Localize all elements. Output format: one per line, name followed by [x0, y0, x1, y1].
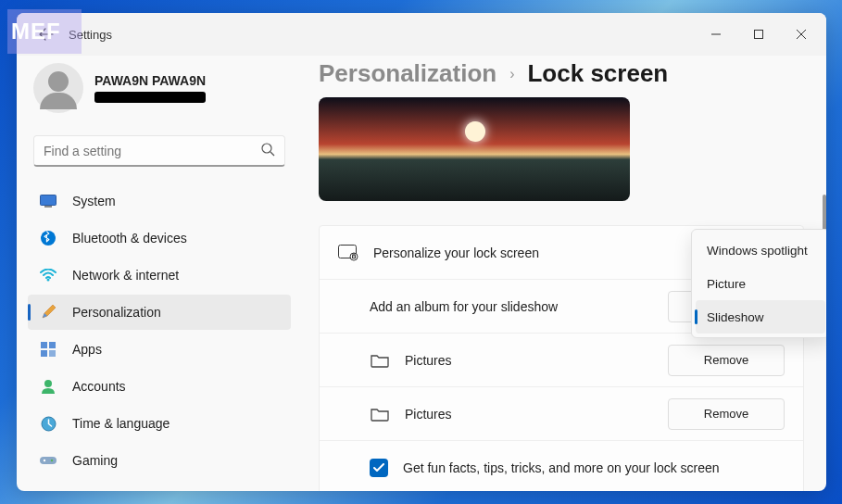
svg-rect-9	[49, 342, 56, 348]
clock-globe-icon	[39, 414, 57, 433]
lockscreen-preview	[319, 97, 630, 201]
sidebar-item-network[interactable]: Network & internet	[28, 258, 291, 293]
check-icon	[373, 463, 384, 472]
profile-email-redacted	[94, 92, 206, 103]
sidebar: PAWA9N PAWA9N System Bluetooth & devices	[17, 56, 302, 491]
folder-icon	[370, 407, 390, 422]
wifi-icon	[39, 266, 57, 284]
bluetooth-icon	[39, 229, 57, 247]
breadcrumb: Personalization › Lock screen	[319, 59, 804, 88]
watermark-badge: MEF	[7, 9, 82, 54]
apps-icon	[39, 340, 57, 359]
search-icon	[261, 143, 275, 159]
sidebar-item-gaming[interactable]: Gaming	[28, 443, 291, 478]
sidebar-item-personalization[interactable]: Personalization	[28, 295, 291, 330]
preview-sun	[465, 121, 485, 142]
svg-rect-14	[40, 457, 57, 464]
maximize-icon	[754, 30, 763, 39]
close-icon	[797, 30, 806, 39]
dropdown-option-picture[interactable]: Picture	[696, 267, 825, 300]
svg-rect-4	[41, 195, 57, 206]
nav-label: Accounts	[72, 379, 126, 394]
folder-icon	[370, 353, 390, 368]
breadcrumb-parent[interactable]: Personalization	[319, 59, 496, 88]
nav-label: Time & language	[72, 416, 170, 431]
nav-label: Apps	[72, 342, 102, 357]
chevron-right-icon: ›	[509, 66, 514, 82]
tips-row[interactable]: Get fun facts, tips, tricks, and more on…	[320, 441, 803, 491]
svg-point-12	[44, 380, 52, 387]
checkbox-checked[interactable]	[370, 459, 388, 477]
minimize-icon	[711, 30, 721, 39]
nav-label: Gaming	[72, 453, 118, 468]
avatar	[33, 63, 83, 113]
nav-label: Network & internet	[72, 268, 179, 283]
remove-button[interactable]: Remove	[668, 398, 785, 430]
album-row: Pictures Remove	[320, 387, 803, 441]
titlebar: Settings	[17, 13, 826, 56]
svg-rect-8	[41, 342, 47, 348]
svg-point-2	[262, 144, 271, 153]
content-area: PAWA9N PAWA9N System Bluetooth & devices	[17, 56, 826, 491]
maximize-button[interactable]	[737, 19, 780, 49]
sidebar-item-accounts[interactable]: Accounts	[28, 369, 291, 404]
sidebar-item-system[interactable]: System	[28, 183, 291, 219]
svg-point-15	[44, 460, 45, 461]
album-name: Pictures	[405, 353, 653, 368]
nav-label: System	[72, 194, 116, 208]
paintbrush-icon	[39, 303, 57, 321]
dropdown-option-spotlight[interactable]: Windows spotlight	[696, 233, 825, 267]
minimize-button[interactable]	[695, 19, 737, 49]
remove-button[interactable]: Remove	[668, 345, 785, 376]
settings-window: Settings PAWA9N PAWA9N	[17, 13, 826, 491]
person-icon	[39, 377, 57, 396]
nav-list: System Bluetooth & devices Network & int…	[28, 183, 291, 478]
lockscreen-icon	[338, 245, 358, 261]
search-input[interactable]	[44, 144, 261, 158]
album-name: Pictures	[405, 407, 653, 422]
svg-point-16	[51, 460, 53, 461]
nav-label: Personalization	[72, 305, 161, 320]
album-row: Pictures Remove	[320, 334, 803, 387]
profile-info: PAWA9N PAWA9N	[94, 73, 206, 103]
svg-rect-10	[41, 350, 47, 357]
sidebar-item-bluetooth[interactable]: Bluetooth & devices	[28, 220, 291, 256]
svg-point-7	[47, 279, 50, 282]
svg-line-3	[270, 152, 274, 156]
lockscreen-type-dropdown: Windows spotlight Picture Slideshow	[691, 229, 826, 338]
profile-name: PAWA9N PAWA9N	[94, 73, 206, 88]
display-icon	[39, 192, 57, 210]
search-box[interactable]	[33, 135, 285, 167]
svg-rect-5	[44, 206, 52, 208]
svg-rect-11	[49, 350, 56, 357]
sidebar-item-apps[interactable]: Apps	[28, 332, 291, 367]
add-album-label: Add an album for your slideshow	[370, 299, 653, 314]
close-button[interactable]	[780, 19, 823, 49]
gamepad-icon	[39, 451, 57, 470]
profile-block[interactable]: PAWA9N PAWA9N	[28, 61, 291, 126]
tips-label: Get fun facts, tips, tricks, and more on…	[403, 460, 785, 475]
nav-label: Bluetooth & devices	[72, 231, 187, 246]
main-panel: Personalization › Lock screen Personaliz…	[302, 56, 826, 491]
dropdown-option-slideshow[interactable]: Slideshow	[696, 300, 825, 334]
svg-rect-1	[755, 31, 763, 39]
breadcrumb-current: Lock screen	[527, 59, 668, 88]
sidebar-item-time[interactable]: Time & language	[28, 406, 291, 441]
